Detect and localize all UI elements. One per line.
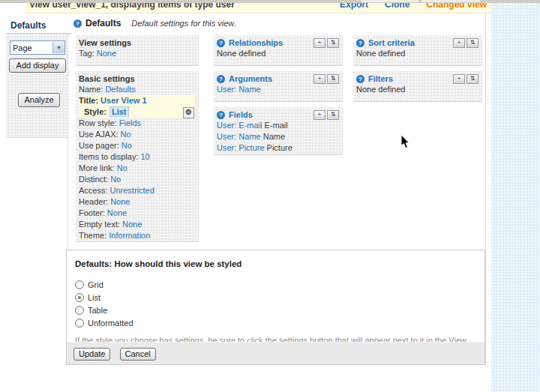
rearrange-icon[interactable]: ⇅ [466, 74, 478, 84]
sort-criteria-box: ? Sort criteria + ⇅ None defined [353, 35, 482, 66]
field-suffix: E-mail [265, 121, 288, 130]
tag-label: Tag: [79, 49, 94, 58]
argument-item: User: Name [217, 84, 339, 95]
rearrange-icon[interactable]: ⇅ [327, 110, 339, 120]
radio-option-grid[interactable]: Grid [75, 278, 484, 291]
field-link[interactable]: User: Picture [217, 143, 265, 152]
help-icon[interactable]: ? [217, 39, 225, 47]
view-title: View user_view_1, displaying items of ty… [29, 3, 235, 10]
display-controls-panel: Page ▼ Add display Analyze [6, 34, 68, 138]
setting-row: Theme:Information [79, 230, 195, 241]
setting-label: Empty text: [79, 220, 120, 229]
radio-icon[interactable] [75, 319, 84, 328]
field-link[interactable]: User: Name [217, 132, 261, 141]
gear-icon[interactable]: ⚙ [183, 107, 194, 118]
setting-label: Items to display: [79, 152, 138, 161]
setting-value-link[interactable]: List [110, 106, 129, 117]
setting-row: Distinct:No [79, 174, 195, 185]
help-icon[interactable]: ? [217, 75, 225, 83]
fields-title-link[interactable]: Fields [229, 110, 253, 119]
setting-row: Header:None [79, 196, 195, 208]
setting-value-link[interactable]: Information [109, 231, 150, 240]
add-icon[interactable]: + [314, 110, 326, 120]
setting-value-link[interactable]: 10 [140, 152, 149, 161]
help-icon[interactable]: ? [217, 111, 225, 119]
style-options: Grid List Table Unformatted [75, 278, 484, 329]
radio-label: Unformatted [88, 319, 134, 328]
help-icon[interactable]: ? [356, 39, 364, 47]
setting-value-link[interactable]: No [110, 175, 121, 184]
container-right-border [485, 13, 486, 365]
setting-label: More link: [79, 163, 115, 172]
add-icon[interactable]: + [453, 38, 465, 48]
filters-box: ? Filters + ⇅ None defined [353, 71, 482, 102]
form-actions-bar: Update Cancel [67, 342, 484, 364]
setting-value-link[interactable]: User View 1 [100, 96, 147, 105]
setting-value-link[interactable]: Unrestricted [110, 186, 154, 195]
argument-link[interactable]: User: Name [217, 85, 261, 94]
radio-option-list[interactable]: List [75, 291, 484, 304]
add-icon[interactable]: + [314, 38, 326, 48]
relationships-title-link[interactable]: Relationships [229, 38, 283, 47]
rearrange-icon[interactable]: ⇅ [327, 74, 339, 84]
help-icon[interactable]: ? [74, 19, 82, 28]
chevron-down-icon: ▼ [52, 42, 64, 53]
filters-empty-text: None defined [356, 84, 478, 95]
setting-row: Use pager:No [79, 140, 195, 151]
display-type-select[interactable]: Page ▼ [10, 40, 65, 55]
analyze-button[interactable]: Analyze [18, 93, 60, 107]
setting-value-link[interactable]: No [122, 141, 132, 150]
export-link[interactable]: Export [340, 3, 368, 10]
add-icon[interactable]: + [314, 74, 326, 84]
changed-view-link[interactable]: Changed view [426, 3, 487, 10]
setting-label: Style: [84, 107, 106, 116]
update-button[interactable]: Update [74, 348, 110, 361]
setting-row: Footer:None [79, 208, 195, 219]
tag-value-link[interactable]: None [97, 49, 116, 58]
setting-value-link[interactable]: None [107, 208, 127, 217]
setting-row: Name:Defaults [79, 84, 195, 95]
sort-criteria-title-link[interactable]: Sort criteria [368, 38, 415, 47]
setting-value-link[interactable]: None [110, 197, 130, 206]
clone-link[interactable]: Clone [385, 3, 410, 10]
setting-label: Theme: [79, 231, 106, 240]
setting-value-link[interactable]: None [122, 220, 142, 229]
help-icon[interactable]: ? [356, 75, 364, 83]
view-settings-box: View settings Tag:None [76, 35, 199, 66]
sort-criteria-empty-text: None defined [356, 48, 478, 59]
radio-icon[interactable] [75, 293, 84, 302]
radio-option-unformatted[interactable]: Unformatted [75, 316, 484, 329]
chrome-segment [362, 0, 418, 2]
rearrange-icon[interactable]: ⇅ [327, 38, 339, 48]
fields-box: ? Fields + ⇅ User: E-mailE-mail User: Na… [214, 107, 343, 155]
setting-row-title: Title:User View 1 [79, 95, 195, 106]
arguments-title-link[interactable]: Arguments [229, 74, 272, 83]
setting-label: Title: [79, 96, 98, 105]
radio-label: List [88, 293, 100, 302]
radio-option-table[interactable]: Table [75, 304, 484, 316]
radio-icon[interactable] [75, 280, 84, 289]
setting-row: Row style:Fields [79, 118, 195, 129]
field-link[interactable]: User: E-mail [217, 121, 262, 130]
field-suffix: Picture [267, 143, 292, 152]
tab-defaults[interactable]: Defaults [6, 19, 72, 34]
setting-label: Name: [79, 85, 103, 94]
setting-label: Use pager: [79, 141, 119, 150]
add-display-button[interactable]: Add display [9, 58, 66, 73]
radio-icon[interactable] [75, 306, 84, 315]
setting-value-link[interactable]: No [117, 163, 128, 172]
relationships-empty-text: None defined [217, 48, 339, 59]
field-item: User: NameName [217, 131, 339, 142]
rearrange-icon[interactable]: ⇅ [466, 38, 478, 48]
filters-title-link[interactable]: Filters [368, 74, 393, 83]
setting-value-link[interactable]: Fields [119, 118, 141, 127]
setting-value-link[interactable]: Defaults [105, 85, 135, 94]
style-form-title: Defaults: How should this view be styled [75, 259, 484, 268]
setting-row: Items to display:10 [79, 151, 195, 163]
add-icon[interactable]: + [453, 74, 465, 84]
radio-label: Table [88, 306, 107, 315]
setting-value-link[interactable]: No [121, 130, 131, 139]
cancel-button[interactable]: Cancel [120, 348, 156, 361]
display-heading-title: Defaults [86, 18, 121, 28]
setting-row: Empty text:None [79, 219, 195, 230]
